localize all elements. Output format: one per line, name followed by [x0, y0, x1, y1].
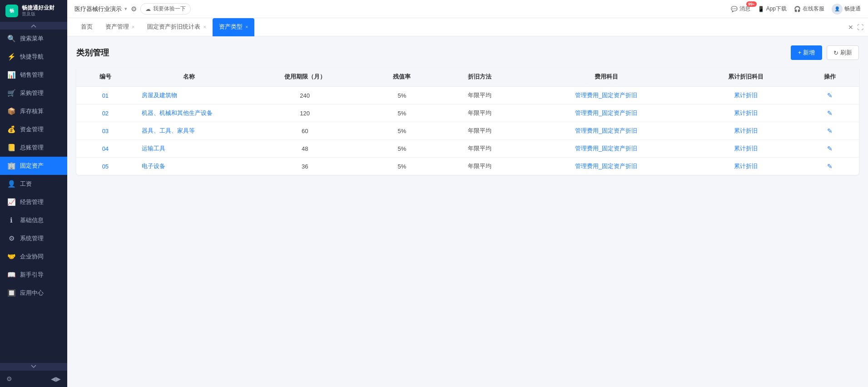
cell-method: 年限平均 — [437, 140, 521, 158]
topbar-settings-icon[interactable]: ⚙ — [131, 5, 137, 13]
sidebar-item-搜索菜单[interactable]: 🔍 搜索菜单 — [0, 30, 67, 48]
experience-button[interactable]: ☁ 我要体验一下 — [140, 3, 191, 15]
sidebar-item-label: 系统管理 — [20, 234, 44, 243]
sidebar-item-工资[interactable]: 👤 工资 — [0, 175, 67, 193]
user-menu[interactable]: 👤 畅捷通 — [832, 4, 861, 15]
sidebar-item-应用中心[interactable]: 🔲 应用中心 — [0, 284, 67, 302]
app-download-button[interactable]: 📱 App下载 — [758, 5, 787, 13]
table-row: 02 机器、机械和其他生产设备 120 5% 年限平均 管理费用_固定资产折旧 … — [76, 104, 859, 122]
sidebar-item-快捷导航[interactable]: ⚡ 快捷导航 — [0, 48, 67, 66]
sidebar-item-label: 企业协同 — [20, 253, 44, 261]
table-row: 05 电子设备 36 5% 年限平均 管理费用_固定资产折旧 累计折旧 ✎ — [76, 158, 859, 175]
tab-资产类型[interactable]: 资产类型× — [213, 18, 254, 36]
cell-accumulated: 累计折旧 — [691, 158, 801, 175]
cell-no: 01 — [76, 87, 134, 104]
refresh-button[interactable]: ↻ 刷新 — [827, 45, 859, 60]
cell-op: ✎ — [801, 122, 859, 140]
sidebar-item-label: 搜索菜单 — [20, 35, 44, 43]
customer-service-button[interactable]: 🎧 在线客服 — [794, 5, 824, 13]
cell-op: ✎ — [801, 158, 859, 175]
refresh-icon: ↻ — [833, 50, 838, 56]
sidebar-item-label: 销售管理 — [20, 71, 44, 79]
cell-method: 年限平均 — [437, 122, 521, 140]
sidebar-item-label: 工资 — [20, 180, 32, 188]
col-header-2: 使用期限（月） — [243, 67, 367, 87]
cell-method: 年限平均 — [437, 87, 521, 104]
experience-label: 我要体验一下 — [153, 5, 186, 13]
sidebar-scroll-up[interactable] — [0, 22, 67, 30]
sidebar-item-系统管理[interactable]: ⚙ 系统管理 — [0, 229, 67, 248]
tab-资产管理[interactable]: 资产管理× — [99, 18, 141, 36]
edit-icon[interactable]: ✎ — [827, 92, 833, 99]
app-name: 畅捷通好业财 — [22, 5, 55, 11]
content-area: 类别管理 + 新增 ↻ 刷新 编号名称使用期限（月）残值率折旧方法费用科目累计折… — [67, 36, 868, 387]
cell-name: 电子设备 — [134, 158, 243, 175]
sidebar-footer: ⚙ ◀▶ — [0, 370, 67, 387]
cell-no: 02 — [76, 104, 134, 122]
page-actions: + 新增 ↻ 刷新 — [791, 45, 859, 60]
cell-period: 36 — [243, 158, 367, 175]
cell-accumulated: 累计折旧 — [691, 104, 801, 122]
settings-footer-icon[interactable]: ⚙ — [6, 375, 12, 382]
cell-no: 04 — [76, 140, 134, 158]
edit-icon[interactable]: ✎ — [827, 127, 833, 134]
sidebar-item-label: 快捷导航 — [20, 53, 44, 61]
sidebar-item-总账管理[interactable]: 📒 总账管理 — [0, 139, 67, 157]
collapse-icon[interactable]: ◀▶ — [51, 375, 61, 382]
table-body: 01 房屋及建筑物 240 5% 年限平均 管理费用_固定资产折旧 累计折旧 ✎… — [76, 87, 859, 175]
page-title: 类别管理 — [76, 47, 109, 58]
close-window-icon[interactable]: ✕ — [848, 24, 853, 31]
cell-period: 48 — [243, 140, 367, 158]
sidebar-item-新手引导[interactable]: 📖 新手引导 — [0, 266, 67, 284]
sidebar-item-label: 应用中心 — [20, 289, 44, 297]
edit-icon[interactable]: ✎ — [827, 109, 833, 117]
edit-icon[interactable]: ✎ — [827, 145, 833, 152]
cell-method: 年限平均 — [437, 158, 521, 175]
app-download-label: App下载 — [766, 5, 787, 13]
col-header-4: 折旧方法 — [437, 67, 521, 87]
asset-type-table: 编号名称使用期限（月）残值率折旧方法费用科目累计折旧科目操作 01 房屋及建筑物… — [76, 67, 859, 175]
sidebar-item-采购管理[interactable]: 🛒 采购管理 — [0, 84, 67, 102]
topbar-right: 💬 消息 99+ 📱 App下载 🎧 在线客服 👤 畅捷通 — [731, 4, 861, 15]
tab-label: 首页 — [81, 23, 93, 31]
sidebar-item-固定资产[interactable]: 🏢 固定资产 — [0, 157, 67, 175]
message-button[interactable]: 💬 消息 99+ — [731, 5, 750, 13]
sidebar-item-资金管理[interactable]: 💰 资金管理 — [0, 120, 67, 139]
sidebar-scroll-down[interactable] — [0, 363, 67, 370]
tab-close-icon[interactable]: × — [203, 24, 206, 30]
sidebar-item-icon: 👤 — [7, 180, 15, 188]
cell-name: 运输工具 — [134, 140, 243, 158]
sidebar-item-label: 基础信息 — [20, 216, 44, 224]
tab-首页[interactable]: 首页 — [74, 18, 99, 36]
edit-icon[interactable]: ✎ — [827, 163, 833, 170]
customer-service-label: 在线客服 — [803, 5, 824, 13]
sidebar-item-库存核算[interactable]: 📦 库存核算 — [0, 102, 67, 120]
sidebar-item-销售管理[interactable]: 📊 销售管理 — [0, 66, 67, 84]
tab-close-icon[interactable]: × — [245, 24, 248, 30]
cell-no: 05 — [76, 158, 134, 175]
sidebar-item-基础信息[interactable]: ℹ 基础信息 — [0, 211, 67, 229]
expand-window-icon[interactable]: ⛶ — [857, 24, 863, 31]
sidebar-item-企业协同[interactable]: 🤝 企业协同 — [0, 248, 67, 266]
tab-固定资产折旧统计表[interactable]: 固定资产折旧统计表× — [141, 18, 212, 36]
cell-accumulated: 累计折旧 — [691, 122, 801, 140]
sidebar-item-经营管理[interactable]: 📈 经营管理 — [0, 193, 67, 211]
company-name: 医疗器械行业演示 — [74, 5, 122, 13]
tab-close-icon[interactable]: × — [132, 24, 134, 30]
topbar-left: 医疗器械行业演示 ▾ ⚙ ☁ 我要体验一下 — [74, 3, 191, 15]
cell-expense: 管理费用_固定资产折旧 — [521, 158, 691, 175]
cell-rate: 5% — [367, 87, 437, 104]
topbar: 医疗器械行业演示 ▾ ⚙ ☁ 我要体验一下 💬 消息 99+ 📱 App下载 🎧… — [67, 0, 868, 18]
download-icon: 📱 — [758, 6, 764, 12]
sidebar-item-icon: 📦 — [7, 107, 15, 115]
sidebar-item-label: 总账管理 — [20, 144, 44, 152]
sidebar-item-icon: 📒 — [7, 144, 15, 152]
cell-expense: 管理费用_固定资产折旧 — [521, 140, 691, 158]
service-icon: 🎧 — [794, 6, 801, 12]
sidebar-item-icon: 💰 — [7, 125, 15, 134]
add-button[interactable]: + 新增 — [791, 45, 822, 60]
main-area: 医疗器械行业演示 ▾ ⚙ ☁ 我要体验一下 💬 消息 99+ 📱 App下载 🎧… — [67, 0, 868, 387]
company-selector[interactable]: 医疗器械行业演示 ▾ — [74, 5, 127, 13]
sidebar-item-icon: ⚙ — [7, 234, 15, 243]
sidebar-item-label: 库存核算 — [20, 107, 44, 115]
